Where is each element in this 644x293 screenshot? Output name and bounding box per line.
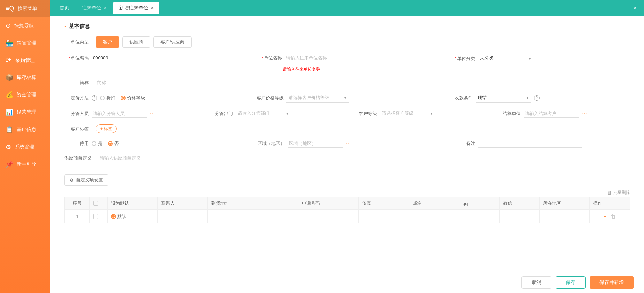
sidebar-item-quick-nav[interactable]: ⊙ 快捷导航 [0,17,50,34]
search-icon: ≡Q [6,5,14,12]
region-field: 区域（地区） ··· [258,139,437,148]
unit-category-label: 单位分类 [451,56,475,62]
unit-name-error: 请输入往来单位名称 [283,67,320,72]
table-header-row: 序号 设为默认 联系人 到货地址 电话号码 传真 邮箱 qq 微信 所在地区 [65,197,630,210]
payment-terms-help-icon[interactable]: ? [534,95,540,101]
sidebar-item-purchase[interactable]: 🛍 采购管理 [0,52,50,69]
guide-icon: 📌 [6,161,13,168]
tab-contacts[interactable]: 往来单位 × [76,2,112,14]
manager-more-btn[interactable]: ··· [150,111,155,117]
department-label: 分管部门 [209,111,233,117]
unit-category-select[interactable]: 未分类 ▼ [478,54,534,63]
fax-input[interactable] [362,212,405,220]
disabled-radio-group: 是 否 [92,140,119,147]
unit-category-field: 单位分类 未分类 ▼ [451,54,630,63]
main-area: 首页 往来单位 × 新增往来单位 × × ▪ 基本信息 单位类型 客户 供应 [50,0,644,293]
add-row-btn[interactable]: + [602,213,608,219]
region-more-btn[interactable]: ··· [346,140,351,147]
manager-input[interactable] [92,109,147,118]
custom-settings-button[interactable]: ⚙ 自定义项设置 [64,174,108,186]
radio-discount[interactable]: 折扣 [100,95,115,101]
wechat-input[interactable] [503,212,536,220]
table-row: 1 默认 [65,210,630,223]
price-level-dropdown-icon: ▼ [344,96,347,100]
sidebar-item-system[interactable]: ⚙ 系统管理 [0,138,50,156]
td-seq: 1 [65,210,90,223]
cancel-button[interactable]: 取消 [521,276,551,289]
phone-input[interactable] [302,212,355,220]
manager-row: 分管人员 ··· 分管部门 请输入分管部门 ▼ 客户等级 请选择客户等级 [64,109,630,118]
sidebar-item-search[interactable]: ≡Q 搜索菜单 [0,0,50,17]
td-wechat [499,210,539,223]
payment-terms-field: 收款条件 现结 ▼ ? [448,93,630,103]
save-and-new-button[interactable]: 保存并新增 [590,276,634,289]
sidebar-item-sales[interactable]: 🏪 销售管理 [0,34,50,52]
radio-yes[interactable]: 是 [92,140,102,147]
type-btn-customer[interactable]: 客户 [96,36,119,48]
remark-field: 备注 [451,139,630,148]
payment-terms-select[interactable]: 现结 ▼ [476,93,531,103]
disabled-field: 停用 是 否 [64,140,244,147]
close-contacts-tab[interactable]: × [104,6,107,10]
area-input[interactable] [543,212,586,220]
payment-terms-dropdown-icon: ▼ [526,96,529,100]
customer-level-select[interactable]: 请选择客户等级 ▼ [380,109,435,118]
sidebar-item-inventory[interactable]: 📦 库存核算 [0,69,50,86]
qq-input[interactable] [463,212,495,220]
th-address: 到货地址 [208,197,298,210]
close-new-contact-tab[interactable]: × [151,6,154,10]
add-tag-button[interactable]: + 标签 [96,124,117,133]
department-select[interactable]: 请输入分管部门 ▼ [236,109,291,118]
batch-delete-area: 🗑 批量删除 [64,190,630,196]
radio-no[interactable]: 否 [108,140,119,147]
short-name-row: 简称 [64,79,630,87]
short-name-input[interactable] [96,79,165,87]
pricing-help-icon[interactable]: ? [92,95,97,101]
email-input[interactable] [413,212,455,220]
sidebar-item-basic-info[interactable]: 📋 基础信息 [0,121,50,138]
sidebar-item-guide[interactable]: 📌 新手引导 [0,156,50,173]
basic-info-icon: 📋 [6,126,13,133]
row-default-radio[interactable]: 默认 [111,213,154,220]
supplier-custom-input[interactable] [99,154,168,162]
unit-name-input[interactable] [285,54,354,62]
type-btn-both[interactable]: 客户/供应商 [153,36,192,48]
unit-code-input[interactable] [92,54,161,62]
settlement-field: 结算单位 ··· [496,109,630,118]
th-seq: 序号 [65,197,90,210]
region-input[interactable] [288,139,343,148]
manager-field: 分管人员 ··· [64,109,198,118]
select-all-checkbox[interactable] [93,201,98,206]
td-action: + 🗑 [590,210,630,223]
save-button[interactable]: 保存 [556,276,586,289]
radio-price-level[interactable]: 价格等级 [121,95,145,101]
settlement-more-btn[interactable]: ··· [582,111,587,117]
unit-code-name-row: 单位编码 单位名称 请输入往来单位名称 单位分类 [64,54,630,72]
customer-price-level-label: 客户价格等级 [257,95,284,101]
contact-input[interactable] [161,212,204,220]
th-phone: 电话号码 [298,197,359,210]
row-checkbox[interactable] [93,214,98,219]
tab-home[interactable]: 首页 [54,2,75,14]
batch-delete-btn[interactable]: 批量删除 [613,190,630,196]
radio-discount-circle [100,96,105,100]
customer-tag-row: 客户标签 + 标签 [64,124,630,133]
settlement-input[interactable] [524,109,579,118]
address-input[interactable] [211,212,294,220]
remark-label: 备注 [451,140,475,147]
type-btn-supplier[interactable]: 供应商 [122,36,150,48]
close-window-button[interactable]: × [630,5,641,12]
category-dropdown-icon: ▼ [528,57,532,60]
remark-input[interactable] [478,139,582,148]
delete-row-btn[interactable]: 🗑 [609,213,618,219]
customer-price-level-select[interactable]: 请选择客户价格等级 ▼ [286,93,349,103]
sidebar-item-finance[interactable]: 💰 资金管理 [0,86,50,104]
td-checkbox [90,210,108,223]
tab-new-contact[interactable]: 新增往来单位 × [113,2,159,14]
td-default: 默认 [107,210,157,223]
th-action: 操作 [590,197,630,210]
customer-level-field: 客户等级 请选择客户等级 ▼ [353,109,486,118]
sidebar-item-operations[interactable]: 📊 经营管理 [0,104,50,121]
pricing-radio-group: 折扣 价格等级 [100,95,145,101]
td-phone [298,210,359,223]
